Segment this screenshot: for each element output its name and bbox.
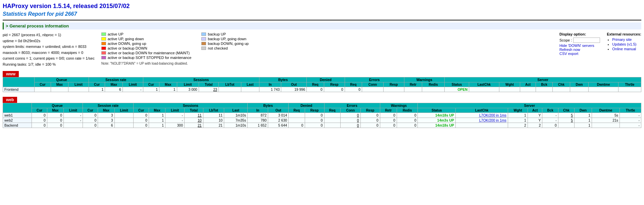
www-th-b-in: In — [259, 82, 281, 87]
backend-act: 2 — [528, 123, 542, 128]
hide-down-link[interactable]: Hide 'DOWN' servers — [559, 44, 600, 48]
web-th-wght: Wght — [508, 108, 528, 113]
web2-wght: 1 — [508, 118, 528, 123]
external-link-primary-site[interactable]: Primary site — [612, 38, 641, 42]
web2-act: Y — [528, 118, 542, 123]
legend-box-backup-down-going-up — [201, 42, 206, 45]
web2-sr-cur: 0 — [83, 118, 98, 123]
backend-e-req — [324, 123, 340, 128]
backend-s-lbtot: 21 — [203, 123, 224, 128]
legend-maint: active or backup DOWN for maintenance (M… — [101, 51, 192, 55]
web-th-warnings: Warnings — [380, 103, 418, 108]
web-th-d-req: Req — [289, 108, 305, 113]
backend-b-out: 5 644 — [268, 123, 289, 128]
web1-w-retr: 0 — [380, 113, 397, 118]
web2-q-limit: - — [63, 118, 83, 123]
backend-e-conn: 0 — [340, 123, 360, 128]
legend-box-maint — [101, 51, 106, 55]
www-frontend-sr-limit: - — [122, 87, 143, 92]
backend-dwn: 1 — [575, 123, 592, 128]
scope-input[interactable] — [573, 38, 600, 43]
web1-sr-limit — [114, 113, 134, 118]
www-th-sr-limit: Limit — [122, 82, 143, 87]
www-th-q-max: Max — [51, 82, 68, 87]
www-th-queue: Queue — [35, 77, 89, 82]
web1-thrtle: - — [620, 113, 641, 118]
legend-box-backup-up-going-down — [201, 37, 206, 41]
web2-bck: - — [542, 118, 558, 123]
web1-e-conn: 0 — [340, 113, 360, 118]
www-th-s-cur: Cur — [143, 82, 159, 87]
web-th-dwn: Dwn — [575, 108, 592, 113]
web2-e-conn: 0 — [340, 118, 360, 123]
web1-s-lbtot: 11 — [203, 113, 224, 118]
backend-sr-limit — [114, 123, 134, 128]
web-row-web2: web2 0 0 - 0 3 0 1 - 10 10 7m35s 780 2 6… — [3, 118, 641, 123]
legend-soft-stopped: active or backup SOFT STOPPED for mainte… — [101, 56, 192, 60]
web1-chk: 5 — [558, 113, 574, 118]
external-resources-list: Primary site Updates (v1.5) Online manua… — [607, 38, 641, 51]
www-th-sr-cur: Cur — [89, 82, 105, 87]
header-divider — [3, 20, 641, 20]
web2-w-redis: 0 — [397, 118, 418, 123]
web2-s-last: 7m35s — [224, 118, 248, 123]
www-frontend-act — [520, 87, 536, 92]
running-tasks-line: Running tasks: 1/7; idle = 100 % — [3, 62, 95, 68]
scope-row: Scope : — [559, 38, 600, 43]
web-th-s-lbtot: LbTot — [203, 108, 224, 113]
legend-box-backup-up — [201, 32, 206, 36]
system-limits-line: system limits: memmax = unlimited; ulimi… — [3, 44, 95, 50]
www-th-w-retr: Retr — [404, 82, 422, 87]
web-th-d-resp: Resp — [305, 108, 324, 113]
web2-sr-max: 3 — [98, 118, 114, 123]
backend-w-retr: 0 — [380, 123, 397, 128]
external-link-updates[interactable]: Updates (v1.5) — [612, 42, 641, 46]
www-th-denied: Denied — [307, 77, 345, 82]
www-th-act: Act — [520, 82, 536, 87]
www-th-wght: Wght — [499, 82, 520, 87]
web-th-s-limit: Limit — [165, 108, 185, 113]
legend-backup-down-going-up: backup DOWN, going up — [201, 42, 249, 46]
csv-export-link[interactable]: CSV export — [559, 52, 600, 56]
www-th-w-redis: Redis — [422, 82, 445, 87]
www-section: www Queue Session rate Sessions Bytes De… — [3, 71, 641, 92]
web1-dwn: 1 — [575, 113, 592, 118]
web-section: web Queue Session rate Sessions Bytes De… — [3, 97, 641, 128]
www-frontend-thrtle — [618, 87, 641, 92]
page-subtitle: Statistics Report for pid 2667 — [3, 11, 641, 17]
web-th-s-max: Max — [149, 108, 165, 113]
external-resources-title: External resources: — [607, 32, 641, 36]
web-th-b-out: Out — [268, 108, 289, 113]
web-th-empty — [3, 103, 32, 113]
backend-wght: 2 — [508, 123, 528, 128]
www-th-sr-max: Max — [105, 82, 123, 87]
current-conns-line: current conns = 1; current pipes = 0/0; … — [3, 56, 95, 62]
www-th-warnings: Warnings — [404, 77, 444, 82]
www-frontend-q-max — [51, 87, 68, 92]
backend-w-redis: 0 — [397, 123, 418, 128]
backend-s-total: 21 — [185, 123, 203, 128]
web-header-group-row: Queue Session rate Sessions Bytes Denied… — [3, 103, 641, 108]
web-th-session-rate: Session rate — [83, 103, 134, 108]
scope-label: Scope : — [559, 38, 572, 42]
web1-d-resp: 0 — [305, 113, 324, 118]
refresh-now-link[interactable]: Refresh now — [559, 48, 600, 52]
web2-s-lbtot: 10 — [203, 118, 224, 123]
web1-b-in: 872 — [248, 113, 268, 118]
backend-e-resp: 0 — [360, 123, 380, 128]
legend-box-soft-stopped — [101, 56, 106, 59]
external-link-manual[interactable]: Online manual — [612, 47, 641, 51]
display-options-title: Display option: — [559, 32, 600, 36]
web-th-sr-max: Max — [98, 108, 114, 113]
web1-bck: - — [542, 113, 558, 118]
www-frontend-s-limit: 3 000 — [177, 87, 199, 92]
www-th-empty — [3, 77, 35, 87]
www-row-frontend: Frontend 1 6 - 1 1 3 000 23 1 743 19 996… — [3, 87, 641, 92]
web-th-errors: Errors — [324, 103, 380, 108]
legend-box-active-up-going-down — [101, 37, 106, 41]
backend-q-limit — [63, 123, 83, 128]
web-th-lastchk: LastChk — [456, 108, 508, 113]
www-frontend-e-conn — [362, 87, 384, 92]
www-th-chk: Chk — [553, 82, 570, 87]
legend-backup-up-going-down: backup UP, going down — [201, 37, 249, 41]
